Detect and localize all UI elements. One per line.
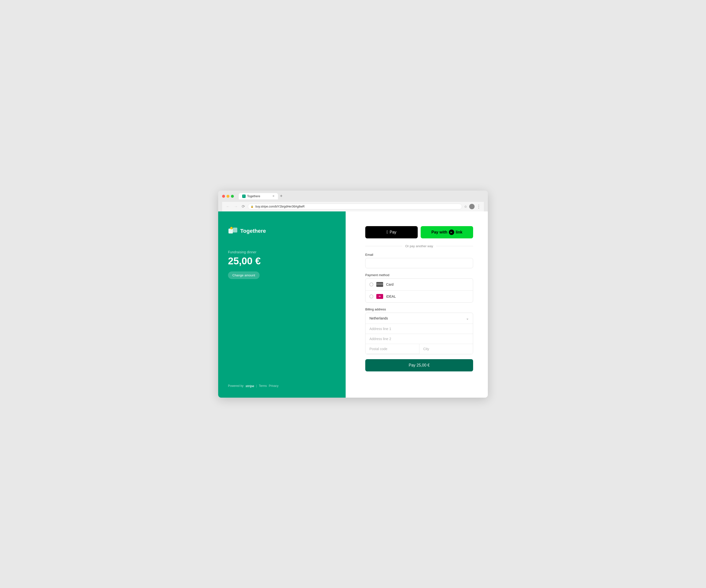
tab-title: Togethere xyxy=(247,195,260,198)
ideal-label: iDEAL xyxy=(386,294,396,298)
ideal-icon: iD xyxy=(376,294,383,299)
city-input[interactable] xyxy=(420,344,473,354)
billing-box: Netherlands ⌄ xyxy=(365,312,473,354)
profile-icon[interactable] xyxy=(469,204,475,209)
brand-icon xyxy=(228,226,238,236)
tab-bar: T Togethere ✕ + xyxy=(239,193,484,200)
back-button[interactable]: ← xyxy=(225,204,231,209)
divider-line-right xyxy=(436,246,473,246)
payment-method-box: Card iD iDEAL xyxy=(365,278,473,303)
apple-icon:  xyxy=(387,229,388,235)
svg-point-2 xyxy=(230,227,233,229)
stripe-logo: stripe xyxy=(245,384,254,388)
country-select[interactable]: Netherlands ⌄ xyxy=(365,313,473,324)
card-label: Card xyxy=(386,283,393,286)
chevron-down-icon: ⌄ xyxy=(466,316,469,320)
link-pay-suffix: link xyxy=(456,230,463,235)
right-panel:  Pay Pay with ► link Or pay another way… xyxy=(346,211,488,397)
maximize-window-button[interactable] xyxy=(231,195,234,198)
link-icon: ► xyxy=(449,229,454,235)
menu-icon[interactable]: ⋮ xyxy=(477,204,481,209)
divider-line-left xyxy=(365,246,402,246)
payment-method-label: Payment method xyxy=(365,273,473,277)
left-footer: Powered by stripe | Terms Privacy xyxy=(228,384,336,388)
address-line1-input[interactable] xyxy=(365,324,473,334)
address-line2-input[interactable] xyxy=(365,334,473,344)
billing-group: Billing address Netherlands ⌄ xyxy=(365,307,473,354)
lock-icon: 🔒 xyxy=(250,205,253,208)
brand-name: Togethere xyxy=(240,228,266,234)
footer-divider: | xyxy=(256,384,257,388)
tab-favicon: T xyxy=(242,195,246,198)
product-label: Fundraising dinner xyxy=(228,250,336,254)
country-value: Netherlands xyxy=(369,316,388,320)
product-info: Fundraising dinner 25,00 € Change amount xyxy=(228,250,336,279)
powered-by-text: Powered by xyxy=(228,384,243,388)
pay-button[interactable]: Pay 25,00 € xyxy=(365,359,473,371)
forward-button[interactable]: → xyxy=(233,204,239,209)
browser-controls: T Togethere ✕ + xyxy=(222,193,484,200)
svg-rect-0 xyxy=(229,228,233,234)
refresh-button[interactable]: ⟳ xyxy=(241,204,246,209)
card-option[interactable]: Card xyxy=(365,279,473,291)
or-pay-text: Or pay another way xyxy=(405,244,433,248)
nav-actions: ☆ ⋮ xyxy=(464,204,481,209)
brand: Togethere xyxy=(228,226,336,236)
apple-pay-label: Pay xyxy=(390,230,397,235)
product-price: 25,00 € xyxy=(228,256,336,266)
address-bar[interactable]: 🔒 buy.stripe.com/bIY2brgdHer36Ag8wR xyxy=(248,204,462,209)
email-group: Email xyxy=(365,253,473,268)
link-pay-text: Pay with xyxy=(431,230,447,235)
bookmark-icon[interactable]: ☆ xyxy=(464,205,467,209)
privacy-link[interactable]: Privacy xyxy=(269,384,278,388)
billing-label: Billing address xyxy=(365,307,473,311)
nav-bar: ← → ⟳ 🔒 buy.stripe.com/bIY2brgdHer36Ag8w… xyxy=(222,201,484,211)
svg-rect-1 xyxy=(233,227,237,233)
apple-pay-button[interactable]:  Pay xyxy=(365,226,418,238)
new-tab-button[interactable]: + xyxy=(279,194,284,199)
email-label: Email xyxy=(365,253,473,256)
payment-method-group: Payment method Card iD iDEAL xyxy=(365,273,473,303)
postal-city-row xyxy=(365,344,473,354)
ideal-radio[interactable] xyxy=(369,294,374,298)
browser-window: T Togethere ✕ + ← → ⟳ 🔒 buy.stripe.com/b… xyxy=(218,191,488,397)
email-input[interactable] xyxy=(365,258,473,268)
card-radio[interactable] xyxy=(369,283,374,286)
ideal-option[interactable]: iD iDEAL xyxy=(365,291,473,302)
change-amount-button[interactable]: Change amount xyxy=(228,271,260,279)
active-tab[interactable]: T Togethere ✕ xyxy=(239,193,278,200)
or-pay-divider: Or pay another way xyxy=(365,244,473,248)
card-icon xyxy=(376,282,383,287)
url-text: buy.stripe.com/bIY2brgdHer36Ag8wR xyxy=(256,205,305,208)
browser-bar: T Togethere ✕ + ← → ⟳ 🔒 buy.stripe.com/b… xyxy=(218,191,488,211)
left-panel: Togethere Fundraising dinner 25,00 € Cha… xyxy=(218,211,346,397)
close-window-button[interactable] xyxy=(222,195,225,198)
terms-link[interactable]: Terms xyxy=(259,384,267,388)
payment-buttons:  Pay Pay with ► link xyxy=(365,226,473,238)
link-pay-button[interactable]: Pay with ► link xyxy=(421,226,473,238)
postal-code-input[interactable] xyxy=(365,344,420,354)
traffic-lights xyxy=(222,195,234,198)
page-content: Togethere Fundraising dinner 25,00 € Cha… xyxy=(218,211,488,397)
tab-close-button[interactable]: ✕ xyxy=(272,195,275,198)
minimize-window-button[interactable] xyxy=(227,195,229,198)
